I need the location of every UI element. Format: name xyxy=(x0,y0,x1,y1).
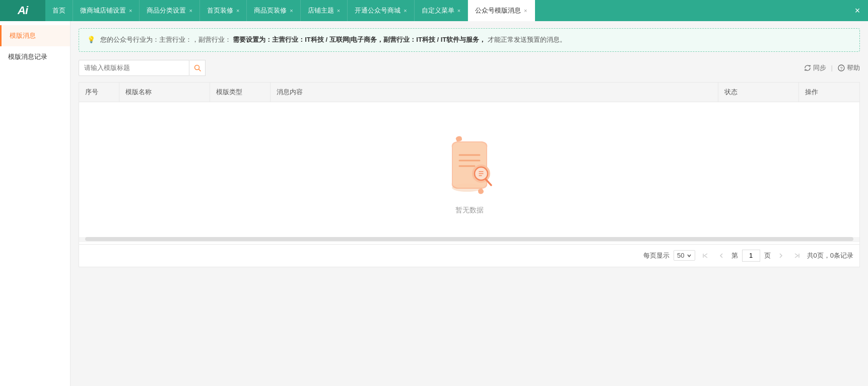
notice-box: 💡 您的公众号行业为：主营行业：，副营行业： 需要设置为：主营行业：IT科技 /… xyxy=(79,28,860,52)
toolbar-right: 同步 | ? 帮助 xyxy=(804,63,860,72)
empty-text: 暂无数据 xyxy=(455,206,484,215)
page-size-select[interactable]: 50 xyxy=(674,250,695,261)
svg-line-1 xyxy=(198,69,201,71)
sidebar-item-template-record-label: 模版消息记录 xyxy=(8,53,47,60)
notice-icon: 💡 xyxy=(87,36,95,43)
tab-product-decor-close[interactable]: × xyxy=(290,8,293,14)
pagination: 每页显示 50 第 xyxy=(79,244,859,267)
tab-home-decor-label: 首页装修 xyxy=(207,6,233,15)
chevron-down-icon xyxy=(687,253,692,258)
svg-text:?: ? xyxy=(840,66,842,71)
total-label: 共0页，0条记录 xyxy=(807,251,853,260)
sidebar: 模版消息 模版消息记录 xyxy=(0,21,71,386)
next-page-icon xyxy=(778,253,784,259)
page-suffix: 页 xyxy=(764,251,771,260)
horizontal-scrollbar[interactable] xyxy=(79,237,859,242)
tab-shop-theme-close[interactable]: × xyxy=(337,8,340,14)
nav-tabs: 首页 微商城店铺设置 × 商品分类设置 × 首页装修 × 商品页装修 × 店铺主… xyxy=(45,0,847,21)
tab-wsc-shop-close[interactable]: × xyxy=(129,8,132,14)
tab-wsc-shop[interactable]: 微商城店铺设置 × xyxy=(73,0,140,21)
tab-shop-theme[interactable]: 店铺主题 × xyxy=(301,0,348,21)
help-label: 帮助 xyxy=(847,63,860,72)
tab-home-label: 首页 xyxy=(52,6,65,15)
sidebar-item-template-msg[interactable]: 模版消息 xyxy=(0,25,70,46)
sidebar-item-template-record[interactable]: 模版消息记录 xyxy=(0,46,70,67)
first-page-button[interactable] xyxy=(699,250,711,262)
first-page-icon xyxy=(702,253,708,259)
tab-custom-menu-close[interactable]: × xyxy=(457,8,460,14)
tab-open-mall-close[interactable]: × xyxy=(404,8,407,14)
tab-open-mall[interactable]: 开通公众号商城 × xyxy=(348,0,414,21)
per-page-label: 每页显示 xyxy=(643,251,670,260)
sync-icon xyxy=(804,64,811,71)
search-button[interactable] xyxy=(189,60,206,76)
col-name: 模版名称 xyxy=(119,83,210,102)
col-action: 操作 xyxy=(799,83,859,102)
col-status: 状态 xyxy=(718,83,799,102)
tab-category-label: 商品分类设置 xyxy=(147,6,186,15)
main-layout: 模版消息 模版消息记录 💡 您的公众号行业为：主营行业：，副营行业： 需要设置为… xyxy=(0,21,868,386)
tab-home-decor-close[interactable]: × xyxy=(236,8,239,14)
sidebar-item-template-msg-label: 模版消息 xyxy=(10,32,36,39)
tab-template-msg-close[interactable]: × xyxy=(524,8,527,14)
empty-state: 暂无数据 xyxy=(79,102,859,235)
col-seq: 序号 xyxy=(79,83,119,102)
sync-label: 同步 xyxy=(813,63,826,72)
toolbar-divider: | xyxy=(831,64,833,71)
logo[interactable]: Ai xyxy=(0,0,45,21)
tab-category[interactable]: 商品分类设置 × xyxy=(140,0,199,21)
top-nav: Ai 首页 微商城店铺设置 × 商品分类设置 × 首页装修 × 商品页装修 × … xyxy=(0,0,868,21)
table-header: 序号 模版名称 模版类型 消息内容 状态 操作 xyxy=(79,83,859,102)
prev-page-icon xyxy=(718,253,724,259)
tab-template-msg[interactable]: 公众号模版消息 × xyxy=(468,0,535,21)
sync-button[interactable]: 同步 xyxy=(804,63,826,72)
data-table: 序号 模版名称 模版类型 消息内容 状态 操作 xyxy=(79,82,860,267)
notice-text-after: 才能正常发送预置的消息。 xyxy=(488,36,566,43)
prev-page-button[interactable] xyxy=(715,250,727,262)
col-type: 模版类型 xyxy=(210,83,271,102)
notice-text-before: 您的公众号行业为：主营行业：，副营行业： xyxy=(100,36,231,43)
tab-product-decor-label: 商品页装修 xyxy=(254,6,287,15)
page-number-input[interactable] xyxy=(742,250,760,262)
last-page-icon xyxy=(794,253,800,259)
tab-product-decor[interactable]: 商品页装修 × xyxy=(247,0,300,21)
tab-category-close[interactable]: × xyxy=(189,8,192,14)
tab-wsc-shop-label: 微商城店铺设置 xyxy=(80,6,126,15)
content-area: 💡 您的公众号行业为：主营行业：，副营行业： 需要设置为：主营行业：IT科技 /… xyxy=(71,21,868,386)
search-input[interactable] xyxy=(79,60,189,76)
empty-illustration xyxy=(437,132,502,198)
next-page-button[interactable] xyxy=(775,250,787,262)
window-close-button[interactable]: × xyxy=(847,0,868,21)
tab-custom-menu-label: 自定义菜单 xyxy=(422,6,454,15)
tab-home[interactable]: 首页 xyxy=(45,0,73,21)
search-icon xyxy=(194,64,201,71)
help-button[interactable]: ? 帮助 xyxy=(838,63,860,72)
scrollbar-track xyxy=(85,237,853,241)
tab-shop-theme-label: 店铺主题 xyxy=(308,6,334,15)
tab-template-msg-label: 公众号模版消息 xyxy=(475,6,521,15)
tab-open-mall-label: 开通公众号商城 xyxy=(355,6,400,15)
tab-home-decor[interactable]: 首页装修 × xyxy=(200,0,247,21)
col-content: 消息内容 xyxy=(271,83,718,102)
notice-highlight: 需要设置为：主营行业：IT科技 / 互联网|电子商务，副营行业：IT科技 / I… xyxy=(233,36,486,43)
tab-custom-menu[interactable]: 自定义菜单 × xyxy=(415,0,468,21)
last-page-button[interactable] xyxy=(791,250,803,262)
page-size-value: 50 xyxy=(677,252,684,259)
help-icon: ? xyxy=(838,64,845,71)
search-bar: 同步 | ? 帮助 xyxy=(79,60,860,76)
page-label: 第 xyxy=(731,251,738,260)
